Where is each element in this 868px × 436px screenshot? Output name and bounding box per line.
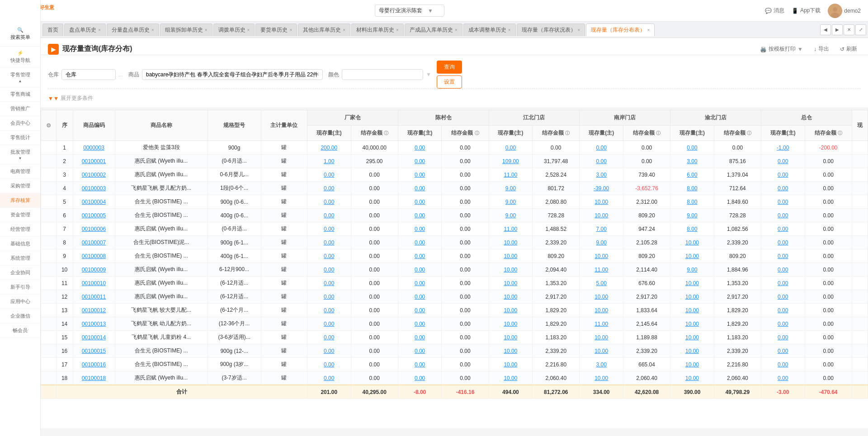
search-area: 仓库 ... 商品 颜色 ▼ 查询 设置 ▼▼ 展开更多条件 [41,55,868,108]
th-spec: 规格型号 [208,110,261,141]
print-btn[interactable]: 🖨️ 按模板打印 ▼ [756,43,807,55]
table-row: 1600100015合生元 (BIOSTIME) ...900g (12-...… [41,344,868,358]
th-settings[interactable]: ⚙ [41,110,57,141]
tab-close-icon[interactable]: × [247,28,250,33]
data-table: ⚙ 序 商品编码 商品名称 规格型号 主计量单位 厂家仓 陈村仓 江北门店 南岸… [41,110,868,399]
tab-close-icon[interactable]: × [578,28,580,33]
sidebar-item-retail-shop[interactable]: 零售商城 [0,87,40,102]
warehouse-input[interactable] [61,69,116,80]
export-btn[interactable]: ↓ 导出 [810,43,833,55]
store-selector[interactable]: 母婴行业演示陈套 ▼ [375,5,444,17]
expand-conditions-btn[interactable]: ▼▼ 展开更多条件 [48,94,861,102]
th-jiangbei-stock: 现存量(主) [489,126,533,141]
user-area[interactable]: demo2 [828,4,861,18]
store-selector-area: 母婴行业演示陈套 ▼ [375,5,444,17]
sidebar-item-retail-stats[interactable]: 零售统计 [0,131,40,145]
page-header: ▶ 现存量查询(库存分布) 🖨️ 按模板打印 ▼ ↓ 导出 ↺ 刷新 [41,38,868,55]
th-chenshi-stock: 现存量(主) [398,126,442,141]
sidebar-item-ecommerce[interactable]: 电商管理 [0,164,40,179]
tab-next-btn[interactable]: ▶ [832,24,843,35]
tab-fullscreen-btn[interactable]: ⤢ [855,24,866,35]
setting-btn[interactable]: 设置 [437,75,462,89]
tab-other-out[interactable]: 其他出库单历史 × [298,23,350,36]
tab-close-icon[interactable]: × [396,28,399,33]
tab-close-icon[interactable]: × [508,28,511,33]
color-input[interactable] [342,69,423,80]
product-input[interactable] [142,69,323,80]
th-chenshi-amount: 结存金额 ⓘ [442,126,489,141]
th-nanan-stock: 现存量(主) [580,126,623,141]
color-dropdown-icon[interactable]: ▼ [426,71,431,78]
sidebar-item-member2[interactable]: 畅会员 [0,323,40,338]
tab-close-all-btn[interactable]: ✕ [844,24,854,35]
tab-transfer[interactable]: 调拨单历史 × [213,23,255,36]
sidebar-item-member[interactable]: 会员中心 [0,116,40,131]
table-wrapper[interactable]: ⚙ 序 商品编码 商品名称 规格型号 主计量单位 厂家仓 陈村仓 江北门店 南岸… [41,110,868,428]
sidebar-item-basic-info[interactable]: 基础信息 [0,237,40,251]
tab-inventory-count[interactable]: 盘点单历史 × [64,23,106,36]
query-btn[interactable]: 查询 [437,61,462,74]
product-label: 商品 [128,71,139,79]
sidebar-item-wholesale[interactable]: 批发管理 ▼ [0,145,40,164]
search-row: 仓库 ... 商品 颜色 ▼ 查询 设置 [48,61,861,89]
table-row: 200100001惠氏启赋 (Wyeth illu...(0-6月适...罐1.… [41,155,868,168]
tab-close-icon[interactable]: × [343,28,345,33]
info-icon[interactable]: ⓘ [656,131,660,136]
sidebar-item-operations[interactable]: 经营管理 [0,222,40,237]
th-no: 序 [56,110,73,141]
refresh-btn[interactable]: ↺ 刷新 [836,43,861,55]
tab-close-icon[interactable]: × [455,28,458,33]
tab-close-icon[interactable]: × [98,28,101,33]
info-icon[interactable]: ⓘ [747,131,751,136]
table-row: 700100006惠氏启赋 (Wyeth illu...(0-6月适...罐0.… [41,222,868,236]
sidebar-item-enterprise-collab[interactable]: 企业协同 [0,266,40,280]
th-total-amount: 结存金额 ⓘ [805,126,852,141]
tab-close-icon[interactable]: × [289,28,292,33]
sidebar-item-system[interactable]: 系统管理 [0,251,40,266]
sidebar-item-inventory[interactable]: 库存核算 [0,193,40,208]
tab-kit[interactable]: 组装拆卸单历史 × [160,23,212,36]
table-row: 900100008合生元 (BIOSTIME) ...400g (6-1...罐… [41,249,868,263]
tab-product-in[interactable]: 产成品入库单历史 × [405,23,462,36]
table-row: 1300100012飞鹤星飞帆 较大婴儿配...(6-12个月...罐0.000… [41,304,868,317]
sidebar-item-finance[interactable]: 资金管理 [0,208,40,222]
th-code: 商品编码 [73,110,115,141]
search-btn-sidebar[interactable]: 🔍 搜索英单 [3,25,38,42]
info-icon[interactable]: ⓘ [475,131,479,136]
info-icon[interactable]: ⓘ [565,131,570,136]
settings-icon[interactable]: ⚙ [46,122,51,129]
app-icon: 📱 [792,8,798,14]
tab-close-icon[interactable]: × [151,28,154,33]
th-yusbei: 渝北门店 [670,110,761,126]
sidebar-item-app-center[interactable]: 应用中心 [0,295,40,309]
tab-stock-dist[interactable]: 现存量（库存分布表） × [586,23,655,36]
tab-cost-adjust[interactable]: 成本调整单历史 × [463,23,516,36]
sidebar-item-retail-mgmt[interactable]: 零售管理 ▲ [0,68,40,87]
warehouse-more-icon[interactable]: ... [118,71,123,78]
sidebar-item-enterprise-wechat[interactable]: 企业微信 [0,309,40,323]
info-icon[interactable]: ⓘ [384,131,388,136]
sidebar-item-purchase[interactable]: 采购管理 [0,179,40,193]
table-row: 1700100016合生元 (BIOSTIME) ...900g (3岁...罐… [41,358,868,371]
svg-point-3 [833,7,837,12]
tab-home[interactable]: 首页 [42,23,63,36]
tab-sub-count[interactable]: 分量盘点单历史 × [107,23,159,36]
tab-nav-btns: ◀ ▶ ✕ ⤢ [820,24,866,35]
sidebar-item-marketing[interactable]: 营销推广 [0,102,40,116]
tab-prev-btn[interactable]: ◀ [820,24,831,35]
info-icon[interactable]: ⓘ [838,131,842,136]
print-dropdown-icon: ▼ [797,46,803,52]
message-btn[interactable]: 💬 消息 [765,7,784,14]
tab-close-icon[interactable]: × [647,28,650,33]
th-factory-amount: 结存金额 ⓘ [351,126,398,141]
tab-close-icon[interactable]: × [205,28,208,33]
table-row: 1100100010惠氏启赋 (Wyeth illu...(6-12月适...罐… [41,277,868,290]
tab-requisition[interactable]: 要货单历史 × [255,23,297,36]
tab-stock-status[interactable]: 现存量（库存状况表） × [517,23,585,36]
app-download-btn[interactable]: 📱 App下载 [792,7,821,14]
top-bar-right: 💬 消息 📱 App下载 demo2 [765,4,861,18]
sidebar-item-new-guide[interactable]: 新手引导 [0,280,40,295]
collapse-sidebar-btn[interactable]: ▶ [48,44,59,55]
tab-material-out[interactable]: 材料出库单历史 × [351,23,404,36]
sidebar-item-quick-nav[interactable]: ⚡ 快捷导航 [0,47,40,68]
